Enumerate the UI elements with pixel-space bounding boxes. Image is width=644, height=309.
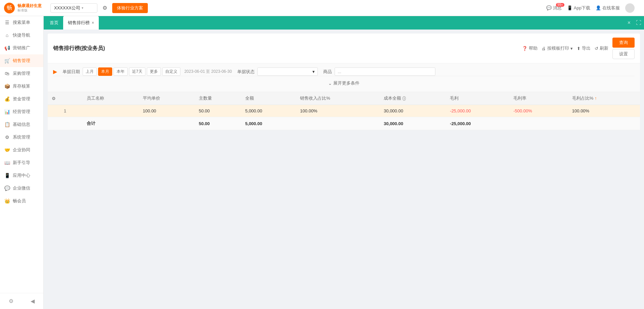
- th-sales-pct: 销售收入占比%: [296, 92, 380, 105]
- goods-filter-input[interactable]: ...: [335, 67, 435, 76]
- sidebar-item-apps[interactable]: 📱 应用中心: [0, 169, 43, 182]
- company-selector[interactable]: XXXXXX公司 ▾: [50, 3, 97, 13]
- table-header-row: ⚙ 员工名称 平均单价 主数量 全额 销售收入占比% 成本全额 i 毛利: [48, 92, 640, 105]
- filter-expand-arrow[interactable]: ▶: [53, 68, 57, 75]
- sidebar-icon-marketing: 📢: [4, 45, 10, 51]
- active-tab-label: 销售排行榜: [68, 20, 90, 26]
- sidebar-icon-guide: 📖: [4, 160, 10, 166]
- sidebar-item-collab[interactable]: 🤝 企业协同: [0, 144, 43, 156]
- sidebar-label-collab: 企业协同: [13, 147, 30, 153]
- sidebar-item-sales[interactable]: 🛒 销售管理: [0, 54, 43, 67]
- sidebar-icon-quick-nav: ⌂: [4, 32, 10, 38]
- footer-profit-rate: [509, 117, 568, 130]
- print-chevron-icon: ▾: [570, 46, 573, 51]
- sidebar-item-quick-nav[interactable]: ⌂ 快捷导航: [0, 29, 43, 42]
- sidebar-label-apps: 应用中心: [13, 172, 30, 178]
- refresh-label: 刷新: [600, 45, 608, 51]
- tab-close-all-btn[interactable]: ×: [626, 18, 632, 27]
- row-avg-price: 100.00: [139, 105, 195, 117]
- avatar[interactable]: [625, 3, 635, 13]
- export-button[interactable]: ⬆ 导出: [577, 45, 591, 51]
- sidebar-icon-inventory: 📦: [4, 83, 10, 89]
- tab-maximize-btn[interactable]: ⛶: [635, 18, 643, 27]
- date-range-group: 上月 本月 本年 近7天 更多 自定义: [83, 67, 180, 76]
- sidebar-item-purchase[interactable]: 🛍 采购管理: [0, 67, 43, 80]
- status-filter-select[interactable]: ▾: [257, 67, 318, 76]
- table-footer-row: 合计 50.00 5,000.00 30,000.00 -25,000.00: [48, 117, 640, 130]
- sidebar-item-marketing[interactable]: 📢 营销推广: [0, 42, 43, 54]
- help-button[interactable]: ❓ 帮助: [522, 45, 538, 51]
- filter-row-1: ▶ 单据日期 上月 本月 本年 近7天 更多 自定义: [53, 67, 635, 76]
- status-filter-label: 单据状态: [237, 69, 255, 75]
- sidebar-item-operation[interactable]: 📊 经营管理: [0, 105, 43, 118]
- online-service-label: 在线客服: [602, 5, 620, 11]
- footer-gear: [48, 117, 60, 130]
- date-filter-label: 单据日期: [62, 69, 80, 75]
- help-label: 帮助: [529, 45, 538, 51]
- date-more-btn[interactable]: 更多: [147, 67, 161, 76]
- sidebar-item-system[interactable]: ⚙ 系统管理: [0, 131, 43, 144]
- sidebar: ☰ 搜索菜单 ⌂ 快捷导航 📢 营销推广 🛒 销售管理 🛍 采购管理 📦 库存核…: [0, 16, 44, 309]
- sidebar-item-wechat[interactable]: 💬 企业微信: [0, 182, 43, 195]
- date-last-month-btn[interactable]: 上月: [83, 67, 97, 76]
- sidebar-item-member[interactable]: 👑 畅会员: [0, 195, 43, 207]
- tab-sales-ranking[interactable]: 销售排行榜 ×: [63, 16, 99, 30]
- th-name: 员工名称: [83, 92, 139, 105]
- print-label: 按模板打印: [547, 45, 569, 51]
- trial-button[interactable]: 体验行业方案: [112, 3, 148, 13]
- sidebar-label-basic: 基础信息: [13, 121, 30, 127]
- row-sales-pct: 100.00%: [296, 105, 380, 117]
- logo-title: 畅康通好生意: [17, 3, 42, 8]
- notification-button[interactable]: 💬 消息 99+: [546, 5, 562, 11]
- date-7days-btn[interactable]: 近7天: [129, 67, 145, 76]
- sidebar-item-finance[interactable]: 💰 资金管理: [0, 93, 43, 105]
- date-filter-item: 单据日期 上月 本月 本年 近7天 更多 自定义: [62, 67, 232, 76]
- status-filter-item: 单据状态 ▾: [237, 67, 318, 76]
- goods-filter-item: 商品 ...: [323, 67, 435, 76]
- footer-empty: [60, 117, 83, 130]
- expand-conditions-btn[interactable]: ⌄ 展开更多条件: [328, 80, 359, 86]
- refresh-button[interactable]: ↺ 刷新: [595, 45, 608, 51]
- table-row: 1 100.00 50.00 5,000.00 100.00% 30,000.0…: [48, 105, 640, 117]
- sidebar-item-inventory[interactable]: 📦 库存核算: [0, 80, 43, 93]
- sidebar-settings-btn[interactable]: ⚙: [7, 296, 15, 306]
- sidebar-label-marketing: 营销推广: [13, 45, 30, 51]
- settings-icon-btn[interactable]: ⚙: [100, 3, 110, 13]
- home-tab-label: 首页: [50, 20, 58, 26]
- app-download-button[interactable]: 📱 App下载: [567, 5, 590, 11]
- th-gear[interactable]: ⚙: [48, 92, 60, 105]
- footer-profit: -25,000.00: [446, 117, 509, 130]
- date-custom-btn[interactable]: 自定义: [162, 67, 180, 76]
- tab-bar-right: × ⛶: [626, 18, 643, 27]
- page-header-actions: ❓ 帮助 🖨 按模板打印 ▾ ⬆ 导出: [522, 38, 635, 59]
- date-range-text: 2023-06-01 至 2023-06-30: [184, 69, 232, 74]
- print-button[interactable]: 🖨 按模板打印 ▾: [542, 45, 573, 51]
- th-profit-pct: 毛利占比% ↑: [568, 92, 640, 105]
- help-icon: ❓: [522, 46, 527, 51]
- row-rank: 1: [60, 105, 83, 117]
- sidebar-label-operation: 经营管理: [13, 109, 30, 115]
- sidebar-item-guide[interactable]: 📖 新手引导: [0, 156, 43, 169]
- footer-total-label: 合计: [83, 117, 139, 130]
- date-this-month-btn[interactable]: 本月: [98, 67, 112, 76]
- sidebar-label-system: 系统管理: [13, 134, 30, 140]
- goods-placeholder: ...: [338, 69, 432, 74]
- row-name: [83, 105, 139, 117]
- online-service-button[interactable]: 👤 在线客服: [596, 5, 620, 11]
- sidebar-label-sales: 销售管理: [13, 58, 30, 64]
- query-button[interactable]: 查询: [612, 38, 635, 48]
- sidebar-item-search[interactable]: ☰ 搜索菜单: [0, 16, 43, 29]
- export-icon: ⬆: [577, 46, 581, 51]
- sidebar-label-quick-nav: 快捷导航: [13, 32, 30, 38]
- tab-close-icon[interactable]: ×: [92, 20, 94, 25]
- date-this-year-btn[interactable]: 本年: [114, 67, 128, 76]
- row-qty: 50.00: [195, 105, 241, 117]
- sidebar-item-basic[interactable]: 📋 基础信息: [0, 118, 43, 131]
- goods-filter-label: 商品: [323, 69, 332, 75]
- company-name: XXXXXX公司: [54, 5, 80, 11]
- sidebar-collapse-btn[interactable]: ◀: [29, 296, 37, 306]
- tab-home[interactable]: 首页: [45, 16, 63, 30]
- setting-button[interactable]: 设置: [612, 49, 635, 59]
- app-download-label: App下载: [574, 5, 590, 11]
- row-profit: -25,000.00: [446, 105, 509, 117]
